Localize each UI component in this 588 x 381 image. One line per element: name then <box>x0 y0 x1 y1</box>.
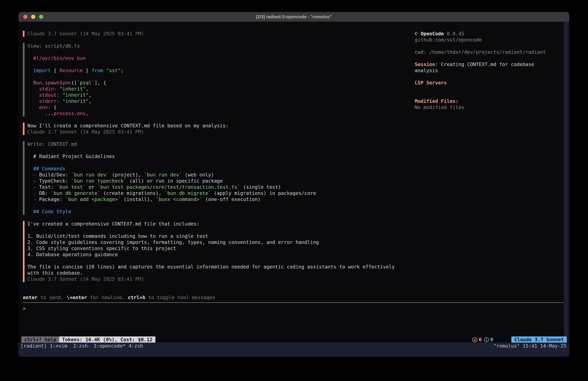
terminal-line: ...process.env, <box>27 111 399 116</box>
terminal-line: 1. Build/lint/test commands including ho… <box>27 233 399 239</box>
terminal-line: Bun.spawnSync([`psql`], { <box>27 80 399 86</box>
warn-count: 0 <box>479 336 482 343</box>
zoom-button[interactable] <box>39 15 43 19</box>
terminal-line <box>27 147 399 153</box>
terminal-line: 4. Database operations guidance <box>27 251 399 258</box>
terminal-line: - Test: `bun test` or `bun test packages… <box>27 184 399 190</box>
terminal-line <box>415 55 569 61</box>
terminal-line: View: script/db.ts <box>27 43 399 49</box>
tmux-status-bar: [radiant] 1:nvim 2:zsh- 3:opencode* 4:zs… <box>18 343 569 357</box>
terminal-line: LSP Servers <box>415 80 569 86</box>
close-button[interactable] <box>23 15 27 19</box>
prompt-chevron-icon: > <box>23 306 26 311</box>
terminal-line: Modified Files: <box>415 98 569 104</box>
info-count-badge: i0 <box>484 336 493 343</box>
screen: [2/3] radiant:3:opencode - "romulus" Cla… <box>0 0 588 381</box>
terminal-line: Session: Creating CONTEXT.md for codebas… <box>415 61 569 67</box>
assistant-message: Now I'll create a comprehensive CONTEXT.… <box>23 123 399 135</box>
assistant-message-header: Claude 3.7 Sonnet (14 May 2025 03:41 PM) <box>23 31 399 37</box>
tool-write-block: Write: CONTEXT.md # Radiant Project Guid… <box>23 141 399 215</box>
terminal-line <box>27 227 399 233</box>
tmux-session-clock: "romulus" 15:41 14-May-25 <box>493 343 566 349</box>
info-icon: i <box>484 337 489 342</box>
terminal-line: stdout: "inherit", <box>27 92 399 98</box>
warn-count-badge: w0 <box>472 336 482 343</box>
terminal-line: - Build/Dev: `bun run dev` (project), `b… <box>27 172 399 178</box>
terminal-line: # Radiant Project Guidelines <box>27 153 399 159</box>
info-count: 0 <box>490 336 493 343</box>
terminal-line: Claude 3.7 Sonnet (14 May 2025 03:41 PM) <box>27 31 399 37</box>
session-sidebar: © OpenCode 0.0.45github.com/sst/opencode… <box>415 31 569 111</box>
terminal-line: analysis <box>415 67 569 74</box>
status-bar: ctrl+? help Tokens: 16.4K (8%), Cost: $0… <box>21 336 567 343</box>
terminal-line <box>27 258 399 264</box>
model-badge: Claude 3.7 Sonnet <box>511 336 567 343</box>
tmux-window-list[interactable]: [radiant] 1:nvim 2:zsh- 3:opencode* 4:zs… <box>21 343 143 349</box>
terminal-line: env: { <box>27 104 399 111</box>
diagnostics-counters: w0i0h0 <box>472 336 493 343</box>
terminal-line: I've created a comprehensive CONTEXT.md … <box>27 221 399 227</box>
terminal-line: stderr: "inherit", <box>27 98 399 104</box>
terminal-line <box>415 43 569 49</box>
terminal-line <box>27 61 399 67</box>
terminal-line: stdin: "inherit", <box>27 86 399 92</box>
terminal-line: Write: CONTEXT.md <box>27 141 399 147</box>
terminal-line: No modified files <box>415 104 569 111</box>
terminal-line: The file is concise (20 lines) and captu… <box>27 264 399 270</box>
terminal-line: import { Resource } from "sst"; <box>27 67 399 74</box>
terminal-line <box>27 74 399 80</box>
terminal-line <box>27 49 399 55</box>
terminal-line: Claude 3.7 Sonnet (14 May 2025 03:41 PM) <box>27 276 399 282</box>
composer-hint: enter to send, \+enter for newline, ctrl… <box>23 294 215 301</box>
window-title: [2/3] radiant:3:opencode - "romulus" <box>256 14 332 19</box>
terminal-line <box>27 202 399 209</box>
minimize-button[interactable] <box>31 15 35 19</box>
terminal-line <box>415 74 569 80</box>
prompt-input[interactable]: > <box>23 305 564 312</box>
help-shortcut-badge[interactable]: ctrl+? help <box>21 336 59 343</box>
tokens-cost-badge: Tokens: 16.4K (8%), Cost: $0.12 <box>59 336 155 343</box>
terminal-line: - DB: `bun db generate` (create migratio… <box>27 190 399 196</box>
terminal-line: - Package: `bun add <package>` (install)… <box>27 196 399 202</box>
assistant-message: I've created a comprehensive CONTEXT.md … <box>23 221 399 282</box>
terminal-line: Now I'll create a comprehensive CONTEXT.… <box>27 123 399 129</box>
terminal-line <box>27 159 399 166</box>
terminal-line: with this codebase. <box>27 270 399 276</box>
composer-divider <box>23 302 564 303</box>
terminal-line: ## Code Style <box>27 209 399 215</box>
terminal-line <box>415 92 569 98</box>
status-right-group: w0i0h0 Claude 3.7 Sonnet <box>472 336 567 343</box>
terminal-line: 2. Code style guidelines covering import… <box>27 239 399 246</box>
terminal-line: #!/usr/bin/env bun <box>27 55 399 61</box>
terminal-line: © OpenCode 0.0.45 <box>415 31 569 37</box>
terminal-line <box>415 86 569 92</box>
terminal-line: github.com/sst/opencode <box>415 37 569 43</box>
window-titlebar: [2/3] radiant:3:opencode - "romulus" <box>18 12 569 22</box>
tool-view-block: View: script/db.ts #!/usr/bin/env bun im… <box>23 43 399 116</box>
terminal-line: ## Commands <box>27 166 399 172</box>
terminal-app-window: [2/3] radiant:3:opencode - "romulus" Cla… <box>18 12 569 357</box>
terminal-line: Claude 3.7 Sonnet (14 May 2025 03:41 PM) <box>27 129 399 135</box>
terminal-line: cwd: /home/thdxr/dev/projects/radiant/ra… <box>415 49 569 55</box>
terminal-content[interactable]: Claude 3.7 Sonnet (14 May 2025 03:41 PM)… <box>18 22 569 357</box>
terminal-line: 3. CSS styling conventions specific to t… <box>27 246 399 251</box>
warn-icon: w <box>472 337 477 342</box>
terminal-line: - TypeCheck: `bun run typecheck` (all) o… <box>27 178 399 184</box>
chat-area: Claude 3.7 Sonnet (14 May 2025 03:41 PM)… <box>23 31 399 288</box>
traffic-lights <box>23 15 43 19</box>
